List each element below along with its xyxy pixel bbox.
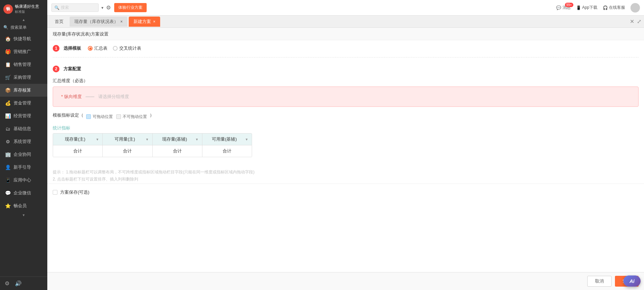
stats-cell-2: 合计 — [153, 145, 202, 157]
footer-settings-icon[interactable]: ⚙ — [5, 280, 9, 287]
col-dropdown-1[interactable]: ▼ — [146, 138, 149, 141]
tab-new-plan[interactable]: 新建方案 × — [129, 17, 160, 27]
sidebar-item-label: 应用中心 — [14, 177, 31, 183]
topbar-app-download[interactable]: 📱 App下载 — [576, 5, 597, 10]
save-checkbox[interactable] — [53, 190, 57, 195]
topbar-search-icon: 🔍 — [54, 5, 59, 10]
stats-table-row: 合计 合计 合计 合计 — [53, 145, 252, 157]
step-divider — [53, 57, 639, 57]
radio-cross[interactable]: 交叉统计表 — [113, 45, 141, 51]
box-icon: 📦 — [5, 87, 11, 93]
sidebar-scroll-down[interactable]: ▼ — [0, 212, 47, 218]
col-dropdown-0[interactable]: ▼ — [96, 138, 99, 141]
topbar-left: 🔍 搜索 ▾ ⚙ — [51, 3, 111, 12]
sidebar-item-label: 畅会员 — [14, 203, 27, 209]
dimension-alert: * 纵向维度 —— 请选择分组维度 — [53, 87, 639, 107]
topbar-message[interactable]: 💬 消息 99+ — [556, 5, 571, 10]
sidebar-search-item[interactable]: 🔍 搜索菜单 — [0, 23, 47, 32]
template-radio-group: 汇总表 交叉统计表 — [88, 45, 141, 51]
chip-fixed: 不可拖动位置 — [116, 114, 147, 120]
step2-row: 2 方案配置 — [53, 66, 639, 72]
online-service-label: 在线客服 — [609, 5, 625, 10]
col-label-2: 现存量(基辅) — [156, 136, 193, 142]
sidebar-scroll-up[interactable]: ▲ — [0, 17, 47, 23]
step2-badge: 2 — [53, 66, 59, 72]
tab-close-btn[interactable]: ✕ — [630, 18, 634, 25]
sidebar-item-basic-info[interactable]: 🗂 基础信息 — [0, 122, 47, 135]
sidebar-item-enterprise[interactable]: 🏢 企业协同 — [0, 148, 47, 161]
topbar-online-service[interactable]: 🎧 在线客服 — [603, 5, 625, 10]
tab-inventory[interactable]: 现存量（库存状况表） × — [70, 17, 127, 27]
stats-col-2: 现存量(基辅) ▼ — [153, 134, 202, 145]
topbar-settings-icon[interactable]: ⚙ — [106, 4, 111, 11]
stats-section: 统计指标 现存量(主) ▼ 可用量(主) ▼ 现存量(基辅) — [53, 125, 639, 157]
building-icon: 🏢 — [5, 151, 11, 158]
home-tab-label: 首页 — [55, 19, 64, 25]
stats-table-header: 现存量(主) ▼ 可用量(主) ▼ 现存量(基辅) ▼ 可用量(基辅) — [53, 134, 252, 145]
ai-button[interactable]: Ai — [623, 275, 641, 287]
topbar-avatar[interactable] — [630, 3, 640, 13]
chip-draggable: 可拖动位置 — [86, 114, 113, 120]
phone-icon: 📱 — [5, 177, 11, 183]
search-icon: 🔍 — [3, 25, 8, 30]
trial-btn[interactable]: 体验行业方案 — [114, 3, 147, 12]
app-version: 标准版 — [15, 9, 39, 14]
sidebar-item-system[interactable]: ⚙ 系统管理 — [0, 135, 47, 148]
radio-summary[interactable]: 汇总表 — [88, 45, 107, 51]
sidebar-item-app-center[interactable]: 📱 应用中心 — [0, 174, 47, 187]
indicator-settings: 模板指标设定（ 可拖动位置 不可拖动位置 ） — [53, 112, 639, 121]
indicator-label-suffix: ） — [150, 112, 154, 118]
chat-icon: 💬 — [5, 190, 11, 196]
home-icon: 🏠 — [5, 36, 11, 42]
draggable-chip-box — [86, 114, 91, 119]
sidebar-item-operations[interactable]: 📊 经营管理 — [0, 110, 47, 122]
topbar-dropdown-icon[interactable]: ▾ — [101, 5, 103, 10]
stats-table: 现存量(主) ▼ 可用量(主) ▼ 现存量(基辅) ▼ 可用量(基辅) — [53, 133, 252, 157]
sidebar-item-newbie[interactable]: 👤 新手引导 — [0, 161, 47, 174]
radio-summary-circle — [88, 46, 93, 51]
tips-section: 提示： 1.拖动标题栏可以调整布局，不可跨维度或指标区域拖动栏目字段(只能在同一… — [47, 169, 644, 182]
sidebar-item-marketing[interactable]: 🎁 营销推广 — [0, 45, 47, 58]
col-dropdown-2[interactable]: ▼ — [195, 138, 199, 141]
fixed-chip-box — [116, 114, 121, 119]
dash: —— — [85, 94, 94, 99]
stats-col-1: 可用量(主) ▼ — [103, 134, 152, 145]
footer-audio-icon[interactable]: 🔊 — [15, 280, 22, 287]
clipboard-icon: 📋 — [5, 62, 11, 68]
sidebar-item-label: 采购管理 — [14, 74, 31, 80]
cancel-button[interactable]: 取消 — [587, 276, 612, 287]
sidebar-item-purchase[interactable]: 🛒 采购管理 — [0, 71, 47, 84]
new-plan-tab-close[interactable]: × — [153, 19, 155, 24]
sidebar: 畅 畅康通好生意 标准版 ▲ 🔍 搜索菜单 🏠 快捷导航 🎁 营销推广 📋 销售… — [0, 0, 47, 290]
user-icon: 👤 — [5, 164, 11, 170]
settings-icon: ⚙ — [5, 139, 11, 145]
sidebar-item-label: 企业协同 — [14, 151, 31, 158]
tab-home[interactable]: 首页 — [50, 17, 68, 27]
sidebar-item-finance[interactable]: 💰 资金管理 — [0, 97, 47, 110]
tip-2: 2. 点击标题栏下拉可设置排序、插入列和删除列 — [53, 176, 639, 182]
indicator-chips: 可拖动位置 不可拖动位置 — [86, 114, 147, 120]
message-icon: 💬 — [556, 5, 561, 10]
star-icon: ⭐ — [5, 203, 11, 209]
step1-section: 1 选择模板 汇总表 交叉统计表 — [47, 40, 644, 66]
sidebar-item-sales[interactable]: 📋 销售管理 — [0, 58, 47, 71]
app-download-label: App下载 — [582, 5, 597, 10]
tab-expand-btn[interactable]: ⤢ — [637, 18, 641, 25]
indicator-label: 模板指标设定（ — [53, 112, 83, 118]
sidebar-item-quick-nav[interactable]: 🏠 快捷导航 — [0, 32, 47, 45]
sidebar-item-member[interactable]: ⭐ 畅会员 — [0, 199, 47, 212]
sidebar-item-label: 快捷导航 — [14, 36, 31, 42]
save-label: 方案保存(可选) — [60, 189, 90, 195]
topbar-right: 💬 消息 99+ 📱 App下载 🎧 在线客服 — [556, 3, 640, 13]
sidebar-item-label: 销售管理 — [14, 62, 31, 68]
stats-col-3: 可用量(基辅) ▼ — [202, 134, 252, 145]
dimension-placeholder: 请选择分组维度 — [98, 94, 129, 99]
stats-cell-3: 合计 — [202, 145, 252, 157]
sidebar-item-wechat[interactable]: 💬 企业微信 — [0, 187, 47, 199]
col-dropdown-3[interactable]: ▼ — [245, 138, 248, 141]
radio-cross-label: 交叉统计表 — [119, 45, 141, 51]
inventory-tab-label: 现存量（库存状况表） — [74, 19, 118, 25]
inventory-tab-close[interactable]: × — [120, 19, 123, 24]
sidebar-item-inventory[interactable]: 📦 库存核算 — [0, 84, 47, 97]
topbar-search-box[interactable]: 🔍 搜索 — [51, 3, 99, 12]
